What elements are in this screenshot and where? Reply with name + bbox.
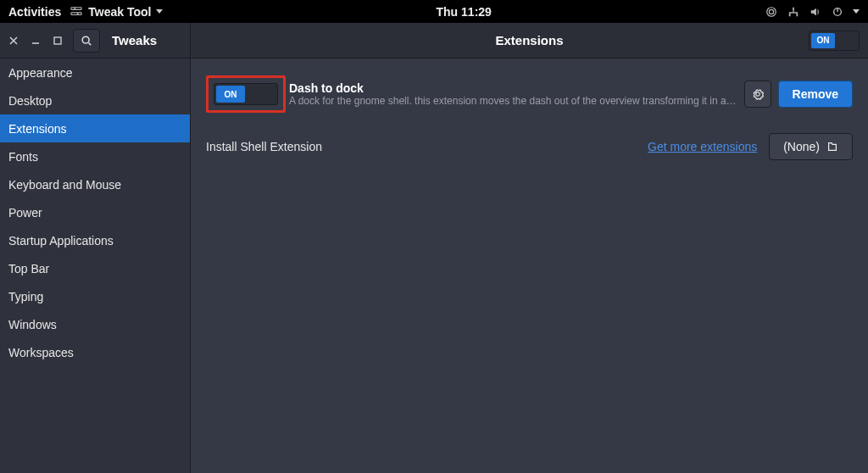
svg-rect-8 xyxy=(796,13,798,16)
document-open-icon xyxy=(826,141,838,153)
gnome-top-bar: Activities Tweak Tool Thu 11:29 xyxy=(0,0,868,23)
extensions-master-toggle[interactable]: ON xyxy=(809,31,860,51)
brightness-icon[interactable] xyxy=(765,5,778,19)
sidebar-item-startup-applications[interactable]: Startup Applications xyxy=(0,226,190,254)
sidebar-item-workspaces[interactable]: Workspaces xyxy=(0,338,190,366)
tweak-tool-app-icon xyxy=(70,5,83,19)
sidebar-item-fonts[interactable]: Fonts xyxy=(0,142,190,170)
system-menu-chevron-icon[interactable] xyxy=(853,9,860,14)
svg-rect-6 xyxy=(793,7,794,10)
volume-icon[interactable] xyxy=(809,5,822,19)
install-file-chooser[interactable]: (None) xyxy=(769,133,853,160)
file-chooser-label: (None) xyxy=(783,140,820,153)
titlebar: Tweaks Extensions ON xyxy=(0,23,868,58)
sidebar-item-extensions[interactable]: Extensions xyxy=(0,114,190,142)
svg-point-2 xyxy=(74,8,75,9)
close-window-button[interactable] xyxy=(3,31,24,51)
svg-point-11 xyxy=(82,36,89,43)
app-menu-label: Tweak Tool xyxy=(88,5,151,19)
sidebar-item-windows[interactable]: Windows xyxy=(0,310,190,338)
svg-rect-7 xyxy=(789,13,791,16)
install-extension-row: Install Shell Extension Get more extensi… xyxy=(206,133,853,160)
power-icon[interactable] xyxy=(831,5,844,19)
svg-rect-0 xyxy=(71,7,81,9)
highlight-annotation: ON xyxy=(206,75,286,113)
extension-toggle[interactable]: ON xyxy=(214,83,278,105)
clock[interactable]: Thu 11:29 xyxy=(437,5,492,19)
extension-row: ON Dash to dock A dock for the gnome she… xyxy=(206,75,853,113)
install-extension-label: Install Shell Extension xyxy=(206,140,322,153)
gear-icon xyxy=(752,88,764,100)
minimize-window-button[interactable] xyxy=(25,31,46,51)
sidebar-item-power[interactable]: Power xyxy=(0,198,190,226)
svg-point-3 xyxy=(77,13,79,14)
sidebar: AppearanceDesktopExtensionsFontsKeyboard… xyxy=(0,58,191,473)
get-more-extensions-link[interactable]: Get more extensions xyxy=(648,140,757,153)
extension-description: A dock for the gnome shell. this extensi… xyxy=(289,95,738,107)
activities-button[interactable]: Activities xyxy=(8,5,61,19)
sidebar-title: Tweaks xyxy=(112,33,157,47)
extension-settings-button[interactable] xyxy=(744,81,771,108)
svg-rect-10 xyxy=(54,37,61,44)
svg-point-4 xyxy=(769,9,773,14)
extension-name: Dash to dock xyxy=(289,81,744,95)
chevron-down-icon xyxy=(156,9,163,14)
sidebar-item-keyboard-and-mouse[interactable]: Keyboard and Mouse xyxy=(0,170,190,198)
sidebar-item-appearance[interactable]: Appearance xyxy=(0,58,190,86)
search-button[interactable] xyxy=(73,29,100,53)
svg-rect-1 xyxy=(71,12,81,14)
sidebar-item-desktop[interactable]: Desktop xyxy=(0,86,190,114)
remove-extension-button[interactable]: Remove xyxy=(778,81,853,108)
toggle-knob-label: ON xyxy=(811,33,835,48)
svg-point-5 xyxy=(767,7,776,16)
sidebar-item-top-bar[interactable]: Top Bar xyxy=(0,254,190,282)
toggle-knob-label: ON xyxy=(216,86,245,103)
page-title: Extensions xyxy=(495,33,563,47)
sidebar-item-typing[interactable]: Typing xyxy=(0,282,190,310)
app-menu[interactable]: Tweak Tool xyxy=(70,5,163,19)
content-pane: ON Dash to dock A dock for the gnome she… xyxy=(191,58,868,473)
network-icon[interactable] xyxy=(787,5,800,19)
maximize-window-button[interactable] xyxy=(47,31,68,51)
